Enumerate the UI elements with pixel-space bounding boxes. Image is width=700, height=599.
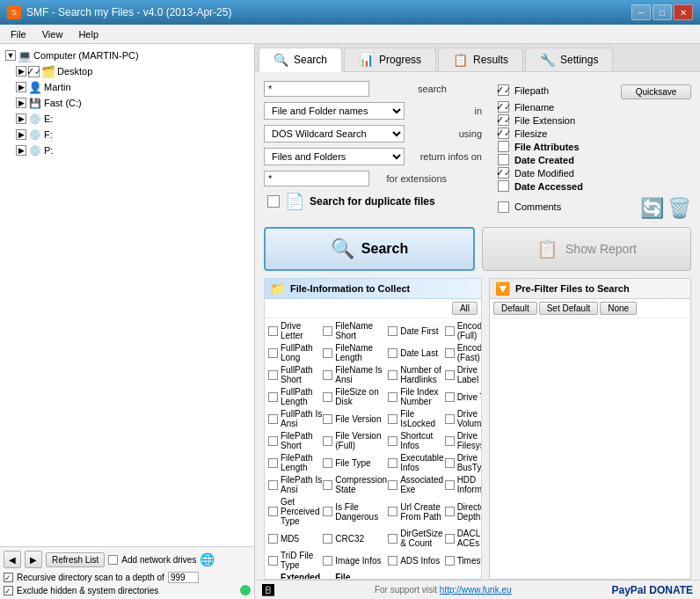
filename-checkbox[interactable]: ✓: [498, 101, 509, 113]
tree-expand-c[interactable]: ▶: [16, 98, 26, 108]
chk-fullpath-short[interactable]: [268, 370, 278, 380]
chk-crc32[interactable]: [323, 534, 332, 544]
chk-file-islocked[interactable]: [388, 414, 397, 424]
close-button[interactable]: ✕: [674, 4, 693, 20]
chk-md5[interactable]: [268, 534, 278, 544]
paypal-label[interactable]: PayPal DONATE: [612, 584, 693, 596]
chk-image-infos[interactable]: [323, 556, 332, 566]
chk-date-last[interactable]: [388, 348, 397, 358]
tab-results[interactable]: 📋 Results: [438, 47, 523, 71]
chk-url-create[interactable]: [388, 507, 397, 516]
chk-dacl-aces[interactable]: [445, 534, 455, 544]
search-button[interactable]: 🔍 Search: [264, 227, 475, 271]
chk-file-index[interactable]: [388, 392, 397, 402]
chk-ads-infos[interactable]: [388, 556, 397, 566]
chk-drive-filesystem[interactable]: [445, 436, 455, 446]
chk-hardlinks[interactable]: [388, 370, 397, 380]
chk-drive-bustype[interactable]: [445, 458, 455, 468]
tab-progress[interactable]: 📊 Progress: [344, 47, 436, 71]
chk-filesize-disk[interactable]: [323, 392, 332, 402]
chk-drive-label[interactable]: [445, 370, 455, 380]
dateaccessed-checkbox[interactable]: [498, 180, 509, 192]
search-return-select[interactable]: Files and Folders: [264, 148, 405, 165]
menu-file[interactable]: File: [4, 27, 33, 41]
nav-back-button[interactable]: ◀: [4, 551, 21, 568]
minimize-button[interactable]: ─: [631, 4, 651, 20]
duplicate-checkbox[interactable]: [267, 195, 280, 208]
chk-executable-infos[interactable]: [388, 458, 397, 468]
chk-timestamp[interactable]: [445, 556, 455, 566]
chk-file-version-full[interactable]: [323, 436, 332, 446]
chk-filepath-length[interactable]: [268, 458, 278, 468]
tree-item-martin[interactable]: ▶ 👤 Martin: [14, 79, 251, 95]
all-button[interactable]: All: [452, 302, 478, 315]
tree-item-f[interactable]: ▶ 💿 F:: [14, 127, 251, 142]
menu-view[interactable]: View: [35, 27, 70, 41]
chk-associated-exe[interactable]: [388, 480, 397, 490]
tree-expand-f[interactable]: ▶: [16, 129, 26, 140]
tree-item-c[interactable]: ▶ 💾 Fast (C:): [14, 95, 251, 111]
chk-file-type[interactable]: [323, 458, 332, 468]
tree-expand-martin[interactable]: ▶: [16, 82, 26, 92]
none-button[interactable]: None: [600, 302, 637, 315]
filesize-checkbox[interactable]: ✓: [498, 128, 509, 139]
search-term-input[interactable]: [264, 81, 369, 97]
set-default-button[interactable]: Set Default: [539, 302, 598, 315]
tab-settings[interactable]: 🔧 Settings: [525, 47, 613, 71]
chk-fullpath-long[interactable]: [268, 348, 278, 358]
tree-item-e[interactable]: ▶ 💿 E:: [14, 111, 251, 127]
refresh-list-button[interactable]: Refresh List: [46, 552, 105, 567]
chk-file-version[interactable]: [323, 414, 332, 424]
tree-expand-desktop[interactable]: ▶: [16, 66, 26, 77]
chk-dir-depth[interactable]: [445, 507, 455, 516]
chk-dirgetsize[interactable]: [388, 534, 397, 544]
chk-perceived-type[interactable]: [268, 507, 278, 516]
chk-filepath-is-ansi[interactable]: [268, 480, 278, 490]
chk-encoding-full[interactable]: [445, 326, 455, 336]
chk-drive-type[interactable]: [445, 392, 455, 402]
search-ext-input[interactable]: [264, 171, 369, 186]
chk-encoding-fast[interactable]: [445, 348, 455, 358]
chk-filepath-short[interactable]: [268, 436, 278, 446]
chk-trid[interactable]: [268, 556, 278, 566]
show-report-button[interactable]: 📋 Show Report: [482, 227, 691, 271]
chk-drive-letter[interactable]: [268, 326, 278, 336]
tree-expand-root[interactable]: ▼: [5, 50, 16, 61]
chk-fullpath-is-ansi[interactable]: [268, 414, 278, 424]
datecreated-checkbox[interactable]: [498, 154, 509, 165]
chk-filename-short[interactable]: [323, 326, 332, 336]
tree-root[interactable]: ▼ 💻 Computer (MARTIN-PC): [4, 47, 251, 63]
add-network-checkbox[interactable]: [108, 555, 118, 565]
chk-is-dangerous[interactable]: [323, 507, 332, 516]
tab-search[interactable]: 🔍 Search: [259, 47, 342, 72]
chk-drive-volume[interactable]: [445, 414, 455, 424]
chk-hdd-info[interactable]: [445, 480, 455, 490]
support-link[interactable]: http://www.funk.eu: [440, 585, 512, 595]
quicksave-button[interactable]: Quicksave: [621, 84, 691, 99]
tree-check-desktop[interactable]: ✓: [28, 66, 40, 77]
refresh-icon[interactable]: 🔄: [640, 197, 664, 220]
network-icon[interactable]: 🌐: [200, 552, 215, 566]
search-using-select[interactable]: DOS Wildcard Search: [264, 125, 405, 142]
filepath-checkbox[interactable]: ✓: [498, 84, 509, 96]
datemodified-checkbox[interactable]: ✓: [498, 167, 509, 179]
fileattributes-checkbox[interactable]: [498, 141, 509, 152]
default-button[interactable]: Default: [493, 302, 537, 315]
chk-fullpath-length[interactable]: [268, 392, 278, 402]
tree-expand-e[interactable]: ▶: [16, 113, 26, 124]
menu-help[interactable]: Help: [71, 27, 106, 41]
nav-forward-button[interactable]: ▶: [25, 551, 42, 568]
chk-filename-length[interactable]: [323, 348, 332, 358]
tree-expand-p[interactable]: ▶: [16, 145, 26, 156]
chk-date-first[interactable]: [388, 326, 397, 336]
chk-filename-is-ansi[interactable]: [323, 370, 332, 380]
depth-input[interactable]: [168, 572, 199, 583]
chk-compression[interactable]: [323, 480, 332, 490]
search-in-select[interactable]: File and Folder names: [264, 102, 405, 120]
comments-checkbox[interactable]: [498, 201, 509, 213]
tree-item-desktop[interactable]: ▶ ✓ 🗂️ Desktop: [14, 63, 251, 79]
trash-icon[interactable]: 🗑️: [667, 197, 691, 220]
tree-item-p[interactable]: ▶ 💿 P:: [14, 142, 251, 158]
exclude-checkbox[interactable]: ✓: [4, 586, 13, 595]
maximize-button[interactable]: □: [653, 4, 672, 20]
